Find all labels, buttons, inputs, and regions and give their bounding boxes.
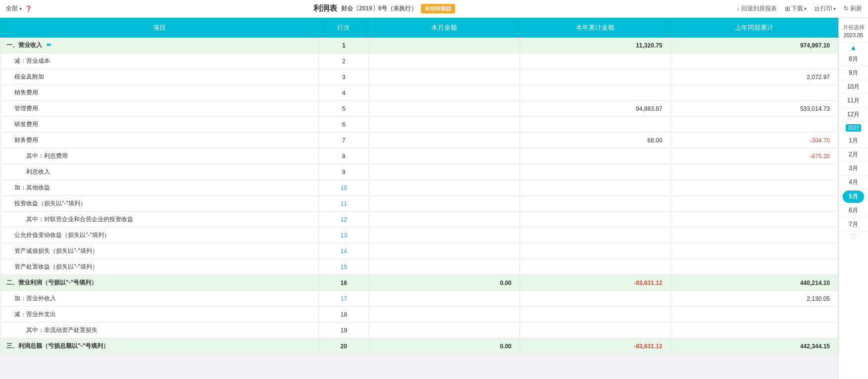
cell-year bbox=[520, 259, 671, 275]
cell-month: 0.00 bbox=[369, 338, 520, 354]
sidebar-month-item[interactable]: 7月 bbox=[839, 218, 868, 232]
status-badge: 未结转损益 bbox=[421, 4, 455, 13]
cell-row-num[interactable]: 11 bbox=[318, 196, 369, 212]
sidebar-month-active[interactable]: 5月 bbox=[843, 190, 864, 203]
sidebar-month-item[interactable]: 1月 bbox=[839, 134, 868, 148]
cell-month bbox=[369, 259, 520, 275]
cell-prev: 533,014.73 bbox=[670, 101, 838, 117]
cell-item: 公允价值变动收益（损失以"-"填列） bbox=[0, 228, 319, 243]
cell-year: 11,320.75 bbox=[520, 38, 671, 53]
active-month-label: 5月 bbox=[849, 193, 858, 200]
report-table: 项目 行次 本月金额 本年累计金额 上年同期累计 一、营业收入 ✏111,320… bbox=[0, 18, 838, 354]
report-title: 利润表 bbox=[313, 3, 337, 14]
all-label: 全部 bbox=[6, 4, 18, 13]
cell-year: -83,631.12 bbox=[520, 275, 671, 291]
cell-row-num: 19 bbox=[318, 323, 369, 338]
cell-year bbox=[520, 180, 671, 196]
table-row: 其中：非流动资产处置损失19 bbox=[0, 323, 838, 338]
refresh-btn[interactable]: ↻ 刷新 bbox=[844, 4, 862, 13]
cell-month bbox=[369, 228, 520, 243]
table-row: 加：营业外收入172,130.05 bbox=[0, 291, 838, 307]
cell-year bbox=[520, 196, 671, 212]
cell-month bbox=[369, 212, 520, 228]
sidebar-month-item[interactable]: 11月 bbox=[839, 94, 868, 108]
return-btn[interactable]: ↓ 回退到原报表 bbox=[736, 4, 776, 13]
cell-item: 销售费用 bbox=[0, 85, 319, 101]
month-list: 8月9月10月11月12月20231月2月3月4月5月6月7月 bbox=[839, 52, 868, 232]
cell-month bbox=[369, 53, 520, 69]
row-num-link[interactable]: 14 bbox=[341, 248, 347, 255]
cell-prev: 442,344.15 bbox=[670, 338, 838, 354]
dropdown-arrow-icon: ▾ bbox=[19, 6, 22, 11]
sidebar-month-item[interactable]: 8月 bbox=[839, 52, 868, 66]
cell-item: 其中：对联营企业和合营企业的投资收益 bbox=[0, 212, 319, 228]
top-bar: 全部 ▾ ❓ 利润表 财会〔2019〕6号（未执行） 未结转损益 ↓ 回退到原报… bbox=[0, 0, 868, 18]
table-body: 一、营业收入 ✏111,320.75974,997.10减：营业成本2税金及附加… bbox=[0, 38, 838, 354]
sidebar-nav-bottom: ♡ bbox=[839, 232, 868, 241]
row-num-link[interactable]: 15 bbox=[341, 264, 347, 271]
year-badge: 2023 bbox=[846, 124, 861, 132]
download-icon: ⊞ bbox=[785, 5, 790, 12]
cell-row-num[interactable]: 14 bbox=[318, 243, 369, 259]
cell-month bbox=[369, 164, 520, 180]
sidebar-month-item[interactable]: 10月 bbox=[839, 80, 868, 94]
cell-row-num[interactable]: 12 bbox=[318, 212, 369, 228]
cell-row-num[interactable]: 17 bbox=[318, 291, 369, 307]
cell-item: 二、营业利润（亏损以"-"号填列） bbox=[0, 275, 319, 291]
help-icon[interactable]: ❓ bbox=[25, 5, 32, 12]
sidebar-up-btn[interactable]: ▲ bbox=[847, 43, 861, 52]
cell-prev bbox=[670, 180, 838, 196]
row-num-link[interactable]: 12 bbox=[341, 216, 347, 223]
cell-row-num[interactable]: 13 bbox=[318, 228, 369, 243]
cell-row-num: 6 bbox=[318, 117, 369, 133]
all-dropdown[interactable]: 全部 ▾ bbox=[6, 4, 22, 13]
cell-month: 0.00 bbox=[369, 275, 520, 291]
sidebar-year-badge[interactable]: 2023 bbox=[839, 122, 868, 134]
row-num-link[interactable]: 10 bbox=[341, 185, 347, 191]
cell-month bbox=[369, 117, 520, 133]
edit-icon[interactable]: ✏ bbox=[47, 42, 51, 48]
cell-prev: 440,214.10 bbox=[670, 275, 838, 291]
table-row: 利息收入9 bbox=[0, 164, 838, 180]
cell-year bbox=[520, 291, 671, 307]
sidebar-month-item[interactable]: 3月 bbox=[839, 162, 868, 176]
row-num-link[interactable]: 11 bbox=[341, 200, 347, 207]
table-area[interactable]: 项目 行次 本月金额 本年累计金额 上年同期累计 一、营业收入 ✏111,320… bbox=[0, 18, 838, 379]
cell-item: 资产处置收益（损失以"-"填列） bbox=[0, 259, 319, 275]
sidebar-month-item[interactable]: 4月 bbox=[839, 176, 868, 190]
cell-item: 其中：利息费用 bbox=[0, 148, 319, 164]
table-row: 研发费用6 bbox=[0, 117, 838, 133]
cell-year bbox=[520, 53, 671, 69]
cell-row-num: 18 bbox=[318, 307, 369, 323]
cell-prev bbox=[670, 307, 838, 323]
sidebar-month-item[interactable]: 9月 bbox=[839, 66, 868, 80]
sidebar-fav-btn[interactable]: ♡ bbox=[847, 232, 861, 241]
table-row: 财务费用768.00-304.70 bbox=[0, 133, 838, 148]
sidebar-month-item[interactable]: 6月 bbox=[839, 204, 868, 218]
cell-month bbox=[369, 38, 520, 53]
cell-item: 减：营业外支出 bbox=[0, 307, 319, 323]
sidebar-month-item[interactable]: 12月 bbox=[839, 108, 868, 122]
table-row: 资产减值损失（损失以"-"填列）14 bbox=[0, 243, 838, 259]
sidebar-month-item[interactable]: 2月 bbox=[839, 148, 868, 162]
row-num-link[interactable]: 13 bbox=[341, 232, 347, 239]
cell-prev bbox=[670, 53, 838, 69]
cell-month bbox=[369, 69, 520, 85]
col-header-item: 项目 bbox=[0, 18, 319, 38]
cell-prev bbox=[670, 259, 838, 275]
table-row: 其中：对联营企业和合营企业的投资收益12 bbox=[0, 212, 838, 228]
download-btn[interactable]: ⊞ 下载 ▾ bbox=[785, 4, 807, 13]
cell-year bbox=[520, 117, 671, 133]
table-row: 投资收益（损失以"-"填列）11 bbox=[0, 196, 838, 212]
row-num-link[interactable]: 17 bbox=[341, 295, 347, 302]
cell-row-num: 2 bbox=[318, 53, 369, 69]
cell-month bbox=[369, 148, 520, 164]
cell-row-num[interactable]: 15 bbox=[318, 259, 369, 275]
table-row: 管理费用594,883.87533,014.73 bbox=[0, 101, 838, 117]
cell-prev bbox=[670, 85, 838, 101]
print-btn[interactable]: ⊟ 打印 ▾ bbox=[815, 4, 836, 13]
sidebar-nav: ▲ bbox=[839, 43, 868, 52]
cell-row-num: 4 bbox=[318, 85, 369, 101]
cell-month bbox=[369, 196, 520, 212]
cell-row-num[interactable]: 10 bbox=[318, 180, 369, 196]
